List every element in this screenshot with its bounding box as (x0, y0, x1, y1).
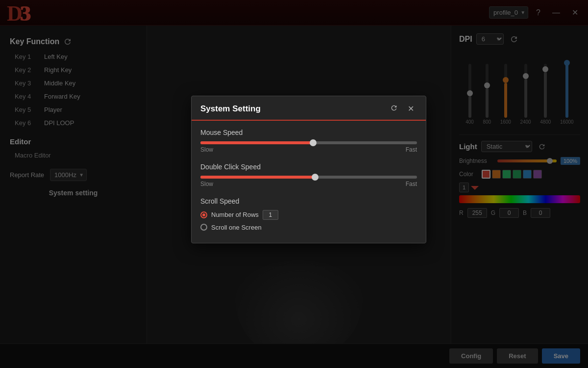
number-of-rows-radio[interactable] (200, 211, 207, 218)
scroll-one-screen-radio[interactable] (200, 224, 207, 231)
scroll-one-screen-row: Scroll one Screen (200, 224, 417, 231)
modal-refresh-icon (390, 104, 398, 112)
double-click-labels: Slow Fast (200, 181, 417, 187)
scroll-speed-label: Scroll Speed (200, 197, 417, 205)
double-click-section: Double Click Speed Slow Fast (200, 163, 417, 187)
mouse-speed-section: Mouse Speed Slow Fast (200, 129, 417, 153)
number-of-rows-row: Number of Rows (200, 210, 417, 220)
scroll-speed-section: Scroll Speed Number of Rows Scroll one S… (200, 197, 417, 231)
mouse-speed-slider[interactable] (200, 141, 417, 144)
mouse-speed-labels: Slow Fast (200, 146, 417, 153)
modal-controls: ✕ (387, 103, 417, 115)
number-of-rows-label: Number of Rows (211, 211, 259, 218)
modal-refresh-button[interactable] (387, 103, 401, 115)
scroll-one-screen-label: Scroll one Screen (211, 224, 262, 231)
rows-count-input[interactable] (263, 210, 278, 220)
mouse-speed-slow: Slow (200, 146, 213, 153)
modal-title: System Setting (200, 104, 261, 114)
mouse-speed-fast: Fast (406, 146, 417, 153)
modal-overlay: System Setting ✕ Mouse Speed Slow (0, 0, 588, 368)
double-click-slow: Slow (200, 181, 213, 187)
double-click-slider[interactable] (200, 176, 417, 179)
modal-header: System Setting ✕ (192, 96, 426, 121)
modal-close-button[interactable]: ✕ (405, 103, 417, 114)
modal-body: Mouse Speed Slow Fast Double Click Speed (192, 121, 426, 243)
mouse-speed-label: Mouse Speed (200, 129, 417, 136)
double-click-label: Double Click Speed (200, 163, 417, 171)
double-click-fast: Fast (406, 181, 417, 187)
system-setting-modal: System Setting ✕ Mouse Speed Slow (191, 96, 426, 243)
